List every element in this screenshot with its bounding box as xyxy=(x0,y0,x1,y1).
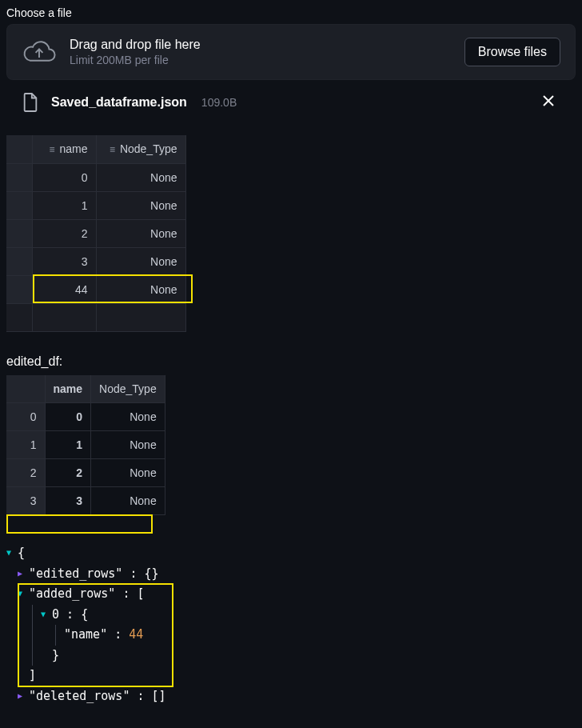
uploader-subtitle: Limit 200MB per file xyxy=(70,54,452,66)
row-index xyxy=(6,219,32,247)
table-blank-row[interactable] xyxy=(6,303,185,331)
row-index xyxy=(6,163,32,191)
column-header-node-type[interactable]: ≡Node_Type xyxy=(96,135,185,163)
cell-name: 0 xyxy=(45,403,91,431)
remove-file-button[interactable] xyxy=(536,90,561,114)
json-viewer[interactable]: ▼{ ▶"edited_rows" : {} ▼"added_rows" : [… xyxy=(6,543,576,706)
json-line[interactable]: ▼{ xyxy=(6,543,576,564)
uploader-title: Drag and drop file here xyxy=(70,38,452,52)
table-row: 1 1 None xyxy=(6,431,165,459)
caret-closed-icon[interactable]: ▶ xyxy=(18,566,29,580)
row-index xyxy=(6,247,32,275)
table-row[interactable]: 0 None xyxy=(6,163,185,191)
cell-node-type: None xyxy=(91,459,165,487)
index-header xyxy=(6,135,32,163)
table-row[interactable]: 2 None xyxy=(6,219,185,247)
cell-node-type: None xyxy=(91,431,165,459)
caret-open-icon[interactable]: ▼ xyxy=(41,607,52,621)
json-line-item-0-close[interactable]: } xyxy=(6,646,576,666)
cloud-upload-icon xyxy=(22,39,57,65)
file-size: 109.0B xyxy=(201,96,237,109)
json-line-added-rows[interactable]: ▼"added_rows" : [ xyxy=(6,584,576,605)
json-line-name-44[interactable]: "name" : 44 xyxy=(6,625,576,646)
table-row: 3 3 None xyxy=(6,487,165,515)
highlight-empty-row xyxy=(6,514,153,534)
column-header-node-type: Node_Type xyxy=(91,375,165,403)
cell-node-type[interactable]: None xyxy=(96,247,185,275)
row-index: 0 xyxy=(6,403,45,431)
cell-node-type[interactable]: None xyxy=(96,219,185,247)
table-row: 0 0 None xyxy=(6,403,165,431)
cell-node-type[interactable]: None xyxy=(96,275,185,303)
index-header xyxy=(6,375,45,403)
table-header-row: name Node_Type xyxy=(6,375,165,403)
table-row: 2 2 None xyxy=(6,459,165,487)
cell-name[interactable]: 1 xyxy=(32,191,96,219)
browse-files-button[interactable]: Browse files xyxy=(464,38,560,66)
cell-name[interactable]: 3 xyxy=(32,247,96,275)
sort-icon: ≡ xyxy=(110,144,115,155)
cell-node-type[interactable]: None xyxy=(96,163,185,191)
json-line-deleted-rows[interactable]: ▶"deleted_rows" : [] xyxy=(6,686,576,707)
sort-icon: ≡ xyxy=(49,144,54,155)
cell-node-type: None xyxy=(91,487,165,515)
cell-node-type: None xyxy=(91,403,165,431)
table-row[interactable]: 1 None xyxy=(6,191,185,219)
row-index xyxy=(6,191,32,219)
cell-name[interactable]: 44 xyxy=(32,275,96,303)
caret-open-icon[interactable]: ▼ xyxy=(18,586,29,600)
cell-name[interactable]: 0 xyxy=(32,163,96,191)
column-header-name: name xyxy=(45,375,91,403)
uploaded-file-row: Saved_dataframe.json 109.0B xyxy=(6,80,576,118)
uploader-label: Choose a file xyxy=(6,6,576,19)
cell-name: 2 xyxy=(45,459,91,487)
json-line-item-0[interactable]: ▼0 : { xyxy=(6,605,576,626)
json-line-added-rows-close[interactable]: ] xyxy=(6,666,576,686)
caret-open-icon[interactable]: ▼ xyxy=(6,546,18,559)
table-row-highlighted[interactable]: 44 None xyxy=(6,275,185,303)
data-editor-1[interactable]: ≡name ≡Node_Type 0 None 1 None 2 xyxy=(6,135,186,332)
cell-name: 3 xyxy=(45,487,91,515)
edited-df-table: name Node_Type 0 0 None 1 1 None 2 2 xyxy=(6,375,165,516)
row-index xyxy=(6,275,32,303)
column-header-name[interactable]: ≡name xyxy=(32,135,96,163)
edited-df-label: edited_df: xyxy=(6,354,576,369)
file-name: Saved_dataframe.json xyxy=(51,95,187,110)
file-uploader[interactable]: Drag and drop file here Limit 200MB per … xyxy=(6,24,576,80)
uploader-text: Drag and drop file here Limit 200MB per … xyxy=(70,38,452,66)
row-index: 3 xyxy=(6,487,45,515)
row-index: 1 xyxy=(6,431,45,459)
cell-name[interactable]: 2 xyxy=(32,219,96,247)
file-icon xyxy=(21,91,40,114)
table-row[interactable]: 3 None xyxy=(6,247,185,275)
cell-name: 1 xyxy=(45,431,91,459)
table-header-row: ≡name ≡Node_Type xyxy=(6,135,185,163)
json-line-edited-rows[interactable]: ▶"edited_rows" : {} xyxy=(6,564,576,585)
cell-node-type[interactable]: None xyxy=(96,191,185,219)
caret-closed-icon[interactable]: ▶ xyxy=(18,689,29,702)
row-index: 2 xyxy=(6,459,45,487)
